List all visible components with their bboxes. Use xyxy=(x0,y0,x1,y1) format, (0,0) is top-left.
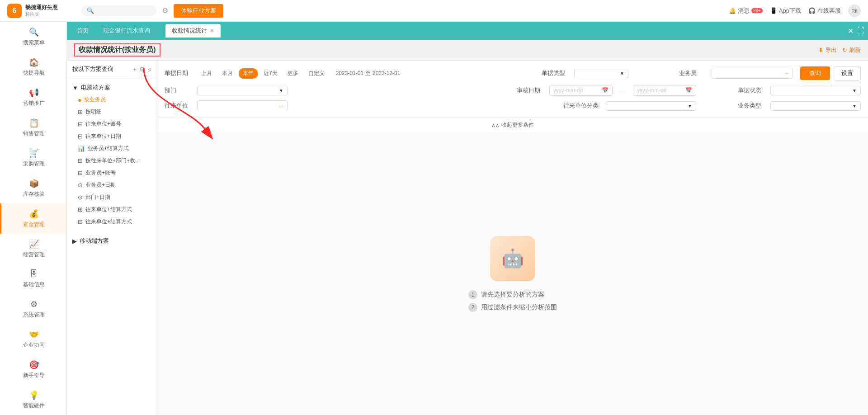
partner-select[interactable]: ··· xyxy=(197,100,288,111)
date-range-separator: 至 xyxy=(365,70,371,77)
tree-item-by-salesman[interactable]: ● 按业务员 xyxy=(67,94,157,106)
tree-item-label: 按明细 xyxy=(85,108,102,116)
date-btn-this-month[interactable]: 本月 xyxy=(218,68,237,79)
search-icon: 🔍 xyxy=(87,7,94,14)
enterprise-icon: 🤝 xyxy=(29,330,39,340)
salesman-more-icon[interactable]: ··· xyxy=(784,70,789,76)
tree-item-label: 往来单位+结算方式 xyxy=(85,218,132,226)
query-button[interactable]: 查询 xyxy=(800,66,830,80)
calendar-start-icon[interactable]: 📅 xyxy=(602,87,609,94)
tab-bank-flow-close[interactable]: ✕ xyxy=(153,28,157,34)
export-button[interactable]: ⬆ 导出 xyxy=(818,46,837,54)
tree-item-salesman-payment[interactable]: 📊 业务员+结算方式 xyxy=(67,142,157,155)
sidebar-item-sales[interactable]: 📋 销售管理 xyxy=(0,113,66,143)
sidebar-item-operation[interactable]: 📈 经营管理 xyxy=(0,234,66,264)
add-scheme-icon[interactable]: + xyxy=(133,66,137,73)
partner-account-icon: ⊟ xyxy=(78,121,83,127)
calendar-end-icon[interactable]: 📅 xyxy=(685,87,692,94)
tree-section-mobile-header[interactable]: ▶ 移动端方案 xyxy=(67,235,157,247)
sidebar-item-basic-info[interactable]: 🗄 基础信息 xyxy=(0,264,66,294)
trial-button[interactable]: 体验行业方案 xyxy=(174,4,223,18)
tree-item-dept-date[interactable]: ⊙ 部门+日期 xyxy=(67,191,157,203)
date-btn-this-year[interactable]: 本年 xyxy=(239,68,258,79)
scheme-settings-icon[interactable]: ⚙ xyxy=(139,66,145,73)
date-group: 上月 本月 本年 近7天 更多 自定义 xyxy=(197,68,329,79)
sidebar-item-system[interactable]: ⚙ 系统管理 xyxy=(0,294,66,324)
search-input[interactable] xyxy=(97,8,151,14)
collapse-panel-icon[interactable]: « xyxy=(148,66,151,73)
bill-status-select[interactable]: ▼ xyxy=(770,86,861,95)
notification-badge: 99+ xyxy=(751,8,763,13)
collapse-label: 收起更多条件 xyxy=(501,121,534,129)
partner-payment1-icon: ⊞ xyxy=(78,206,83,213)
sidebar-item-guide[interactable]: 🎯 新手引导 xyxy=(0,354,66,385)
date-btn-more[interactable]: 更多 xyxy=(283,68,302,79)
tree-section-desktop-header[interactable]: ▼ 电脑端方案 xyxy=(67,82,157,94)
tab-close-all-icon[interactable]: ✕ xyxy=(848,27,854,35)
tab-collection-close[interactable]: ✕ xyxy=(210,28,214,34)
avatar[interactable]: Rit xyxy=(848,5,861,17)
audit-date-end[interactable]: yyyy-mm-dd 📅 xyxy=(633,85,696,96)
sidebar: 🔍 搜索菜单 🏠 快捷导航 📢 营销推广 📋 销售管理 🛒 采购管理 📦 库存核… xyxy=(0,22,67,415)
smart-hw-icon: 💡 xyxy=(29,390,39,400)
tree-item-by-detail[interactable]: ⊞ 按明细 xyxy=(67,106,157,118)
date-btn-custom[interactable]: 自定义 xyxy=(304,68,329,79)
salesman-select[interactable]: ··· xyxy=(712,68,793,79)
tree-item-partner-account[interactable]: ⊟ 往来单位+账号 xyxy=(67,118,157,130)
guide-icon: 🎯 xyxy=(29,360,39,370)
business-type-select[interactable]: ▼ xyxy=(770,101,861,111)
tab-maximize-icon[interactable]: ⛶ xyxy=(857,27,864,35)
salesman-payment-icon: 📊 xyxy=(78,145,85,152)
sidebar-item-enterprise[interactable]: 🤝 企业协同 xyxy=(0,324,66,354)
filter-actions: 查询 设置 xyxy=(800,66,861,80)
partner-more-icon[interactable]: ··· xyxy=(279,103,283,109)
sidebar-item-smart-hw[interactable]: 💡 智能硬件 xyxy=(0,385,66,415)
filter-row-3: 往来单位 ··· 往来单位分类 ▼ 业务类型 xyxy=(165,100,861,111)
tip-text-1: 请先选择要分析的方案 xyxy=(481,291,544,299)
app-download[interactable]: 📱 App下载 xyxy=(770,7,801,15)
tree-item-partner-payment2[interactable]: ⊟ 往来单位+结算方式 xyxy=(67,216,157,228)
collapse-bar[interactable]: ∧∧ 收起更多条件 xyxy=(157,117,868,132)
empty-tip-1: 1 请先选择要分析的方案 xyxy=(468,290,557,299)
sidebar-item-label: 企业协同 xyxy=(23,341,45,349)
header-search-box[interactable]: 🔍 xyxy=(81,5,156,16)
tree-item-label: 按业务员 xyxy=(84,96,106,104)
online-service[interactable]: 🎧 在线客服 xyxy=(808,7,841,15)
tab-bank-flow[interactable]: 现金银行流水查询 ✕ xyxy=(97,24,164,38)
setting-button[interactable]: 设置 xyxy=(834,66,861,80)
dept-select[interactable]: ▼ xyxy=(197,86,288,95)
date-btn-last-month[interactable]: 上月 xyxy=(197,68,216,79)
sidebar-item-purchase[interactable]: 🛒 采购管理 xyxy=(0,143,66,173)
sidebar-item-quick-nav[interactable]: 🏠 快捷导航 xyxy=(0,52,66,82)
sidebar-item-marketing[interactable]: 📢 营销推广 xyxy=(0,82,66,113)
robot-illustration: 🤖 xyxy=(490,236,535,281)
refresh-button[interactable]: ↻ 刷新 xyxy=(842,46,861,54)
tab-bar: 首页 现金银行流水查询 ✕ 收款情况统计 ✕ ✕ ⛶ xyxy=(67,22,868,40)
tree-item-partner-dept[interactable]: ⊟ 按往来单位+部门+收... xyxy=(67,155,157,167)
tree-item-salesman-date[interactable]: ⊙ 业务员+日期 xyxy=(67,179,157,191)
tree-item-partner-date[interactable]: ⊟ 往来单位+日期 xyxy=(67,130,157,142)
tree-item-salesman-account[interactable]: ⊟ 业务员+账号 xyxy=(67,167,157,179)
tree-expand-icon: ▼ xyxy=(72,85,78,91)
settings-icon[interactable]: ⚙ xyxy=(162,6,168,15)
sidebar-item-finance[interactable]: 💰 资金管理 xyxy=(0,203,66,234)
header-actions: 🔔 消息 99+ 📱 App下载 🎧 在线客服 Rit xyxy=(729,5,861,17)
filter-area: 单据日期 上月 本月 本年 近7天 更多 自定义 2023-01-01 至 xyxy=(157,61,868,117)
date-btn-7days[interactable]: 近7天 xyxy=(259,68,282,79)
sidebar-item-search[interactable]: 🔍 搜索菜单 xyxy=(0,22,66,52)
quick-nav-icon: 🏠 xyxy=(29,57,39,67)
notification-area[interactable]: 🔔 消息 99+ xyxy=(729,7,763,15)
tree-item-partner-payment1[interactable]: ⊞ 往来单位+结算方式 xyxy=(67,203,157,216)
audit-date-start[interactable]: yyyy-mm-dd 📅 xyxy=(549,85,613,96)
salesman-date-icon: ⊙ xyxy=(78,182,83,189)
tab-collection[interactable]: 收款情况统计 ✕ xyxy=(165,24,221,38)
notification-icon: 🔔 xyxy=(729,7,736,14)
date-range: 2023-01-01 至 2023-12-31 xyxy=(336,70,401,77)
sidebar-item-inventory[interactable]: 📦 库存核算 xyxy=(0,173,66,203)
bill-type-select[interactable]: ▼ xyxy=(574,69,628,78)
tree-mobile-section: ▶ 移动端方案 xyxy=(67,231,157,250)
sidebar-item-label: 采购管理 xyxy=(23,160,45,168)
partner-type-select[interactable]: ▼ xyxy=(606,101,696,111)
tab-home[interactable]: 首页 xyxy=(71,24,95,38)
tip-text-2: 用过滤条件来缩小分析范围 xyxy=(481,303,557,311)
